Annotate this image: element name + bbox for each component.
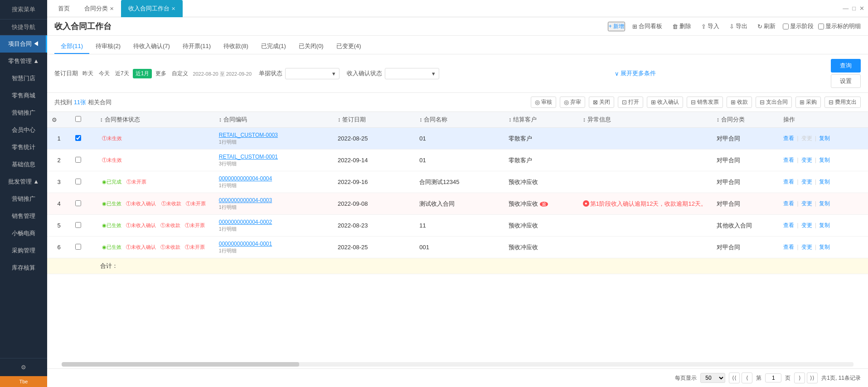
action-change[interactable]: 变更 xyxy=(801,243,812,251)
contract-code-link[interactable]: RETAIL_CUSTOM-0001 xyxy=(219,154,278,160)
tab-income-workbench-close[interactable]: ✕ xyxy=(171,0,175,17)
table-scroll[interactable]: ⚙ ↕ 合同整体状态 ↕ 合同编码 ↕ 签订日期 ↕ 合同名称 ↕ 结算客户 ↕… xyxy=(47,112,868,360)
date-opt-today[interactable]: 今天 xyxy=(97,69,112,78)
first-page-btn[interactable]: ⟨⟨ xyxy=(729,372,740,383)
sidebar-settings-icon[interactable]: ⚙ xyxy=(0,358,47,376)
ftab-closed[interactable]: 已关闭(0) xyxy=(292,39,330,54)
row-checkbox[interactable] xyxy=(75,244,81,250)
row-check[interactable] xyxy=(71,215,95,237)
date-opt-more[interactable]: 更多 xyxy=(154,69,168,78)
action-open[interactable]: ⊡打开 xyxy=(618,97,643,108)
row-check[interactable] xyxy=(71,237,95,258)
ftab-pending-invoice[interactable]: 待开票(11) xyxy=(176,39,217,54)
date-opt-custom[interactable]: 自定义 xyxy=(170,69,190,78)
col-name-header[interactable]: ↕ 合同名称 xyxy=(415,112,504,128)
sidebar-item-inventory[interactable]: 库存核算 xyxy=(0,259,47,276)
show-stages-check[interactable]: 显示阶段 xyxy=(783,22,814,30)
date-opt-yesterday[interactable]: 昨天 xyxy=(81,69,95,78)
row-check[interactable] xyxy=(71,128,95,150)
col-customer-header[interactable]: ↕ 结算客户 xyxy=(504,112,578,128)
close-icon[interactable]: ✕ xyxy=(859,5,864,12)
set-button[interactable]: 设置 xyxy=(831,74,861,88)
page-input[interactable] xyxy=(765,373,781,382)
action-change[interactable]: 变更 xyxy=(801,200,812,208)
action-change[interactable]: 变更 xyxy=(801,178,812,186)
action-copy[interactable]: 复制 xyxy=(819,222,830,229)
tab-home[interactable]: 首页 xyxy=(51,0,77,17)
expand-more-btn[interactable]: ∨ 展开更多条件 xyxy=(615,69,656,77)
action-view[interactable]: 查看 xyxy=(783,243,794,251)
confirm-select[interactable]: ▾ xyxy=(385,68,439,79)
sidebar-item-xiaochang[interactable]: 小畅电商 xyxy=(0,225,47,242)
contract-code-link[interactable]: 0000000000004-0001 xyxy=(219,241,272,247)
ftab-all[interactable]: 全部(11) xyxy=(54,39,89,54)
kanban-button[interactable]: ⊞ 合同看板 xyxy=(630,21,665,31)
action-out-contract[interactable]: ⊟支出合同 xyxy=(756,97,792,108)
sidebar-item-marketing2[interactable]: 营销推广 xyxy=(0,190,47,208)
action-copy[interactable]: 复制 xyxy=(819,135,830,142)
date-opt-last7[interactable]: 近7天 xyxy=(113,69,131,78)
action-review[interactable]: ◎审核 xyxy=(531,97,556,108)
row-checkbox[interactable] xyxy=(75,179,81,184)
action-copy[interactable]: 复制 xyxy=(819,243,830,251)
tab-contract-type-close[interactable]: ✕ xyxy=(110,0,114,17)
action-abandon[interactable]: ◎弃审 xyxy=(560,97,585,108)
query-button[interactable]: 查询 xyxy=(831,59,861,73)
next-page-btn[interactable]: ⟩ xyxy=(794,372,805,383)
action-purchase[interactable]: ⊞采购 xyxy=(795,97,821,108)
select-all-checkbox[interactable] xyxy=(75,116,81,122)
ftab-pending-review[interactable]: 待审核(2) xyxy=(89,39,127,54)
col-type-header[interactable]: ↕ 合同分类 xyxy=(712,112,779,128)
new-button[interactable]: + 新增 xyxy=(608,22,625,31)
col-code-header[interactable]: ↕ 合同编码 xyxy=(214,112,333,128)
action-view[interactable]: 查看 xyxy=(783,135,794,142)
col-status-header[interactable]: ↕ 合同整体状态 xyxy=(96,112,214,128)
row-checkbox[interactable] xyxy=(75,135,81,141)
minimize-icon[interactable]: — xyxy=(843,5,849,12)
contract-code-link[interactable]: 0000000000004-0003 xyxy=(219,197,272,203)
action-copy[interactable]: 复制 xyxy=(819,156,830,164)
col-check-header[interactable] xyxy=(71,112,95,128)
action-confirm[interactable]: ⊞收入确认 xyxy=(647,97,683,108)
row-checkbox[interactable] xyxy=(75,157,81,163)
sidebar-item-basic-info[interactable]: 基础信息 xyxy=(0,156,47,173)
show-detail-checkbox[interactable] xyxy=(818,24,824,29)
row-checkbox[interactable] xyxy=(75,222,81,228)
action-view[interactable]: 查看 xyxy=(783,222,794,229)
ftab-done[interactable]: 已完成(1) xyxy=(255,39,292,54)
action-change[interactable]: 变更 xyxy=(801,222,812,229)
sidebar-item-member[interactable]: 会员中心 xyxy=(0,121,47,139)
last-page-btn[interactable]: ⟩⟩ xyxy=(807,372,818,383)
ftab-pending-confirm[interactable]: 待收入确认(7) xyxy=(127,39,176,54)
show-detail-check[interactable]: 显示标的明细 xyxy=(818,22,861,30)
page-size-select[interactable]: 50 10 20 100 xyxy=(700,373,725,383)
ftab-pending-payment[interactable]: 待收款(8) xyxy=(217,39,255,54)
contract-code-link[interactable]: 0000000000004-0002 xyxy=(219,219,272,225)
row-check[interactable] xyxy=(71,193,95,215)
contract-code-link[interactable]: 0000000000004-0004 xyxy=(219,175,272,182)
action-view[interactable]: 查看 xyxy=(783,200,794,208)
export-button[interactable]: ⇩ 导出 xyxy=(727,21,750,31)
action-change[interactable]: 变更 xyxy=(801,156,812,164)
sidebar-item-retail-mgmt[interactable]: 零售管理 ▲ xyxy=(0,53,47,70)
action-view[interactable]: 查看 xyxy=(783,178,794,186)
delete-button[interactable]: 🗑 删除 xyxy=(669,21,694,31)
sidebar-quicknav[interactable]: 快捷导航 xyxy=(0,19,47,35)
sidebar-item-sales-mgmt[interactable]: 销售管理 xyxy=(0,208,47,225)
ftab-changed[interactable]: 已变更(4) xyxy=(330,39,368,54)
action-payment[interactable]: ⊞收款 xyxy=(727,97,752,108)
horizontal-scrollbar[interactable] xyxy=(62,362,853,367)
action-copy[interactable]: 复制 xyxy=(819,200,830,208)
sidebar-item-retail-shop[interactable]: 零售商城 xyxy=(0,87,47,104)
col-error-header[interactable]: ↕ 异常信息 xyxy=(578,112,712,128)
date-opt-last1m[interactable]: 近1月 xyxy=(133,69,152,78)
sidebar-item-batch-mgmt[interactable]: 批发管理 ▲ xyxy=(0,173,47,190)
sidebar-item-retail-stat[interactable]: 零售统计 xyxy=(0,139,47,156)
status-select[interactable]: ▾ xyxy=(285,68,339,79)
col-date-header[interactable]: ↕ 签订日期 xyxy=(333,112,415,128)
sidebar-item-purchase[interactable]: 采购管理 xyxy=(0,242,47,259)
action-view[interactable]: 查看 xyxy=(783,156,794,164)
contract-code-link[interactable]: RETAIL_CUSTOM-0003 xyxy=(219,132,278,138)
col-gear-header[interactable]: ⚙ xyxy=(47,112,71,128)
action-invoice[interactable]: ⊟销售发票 xyxy=(687,97,723,108)
